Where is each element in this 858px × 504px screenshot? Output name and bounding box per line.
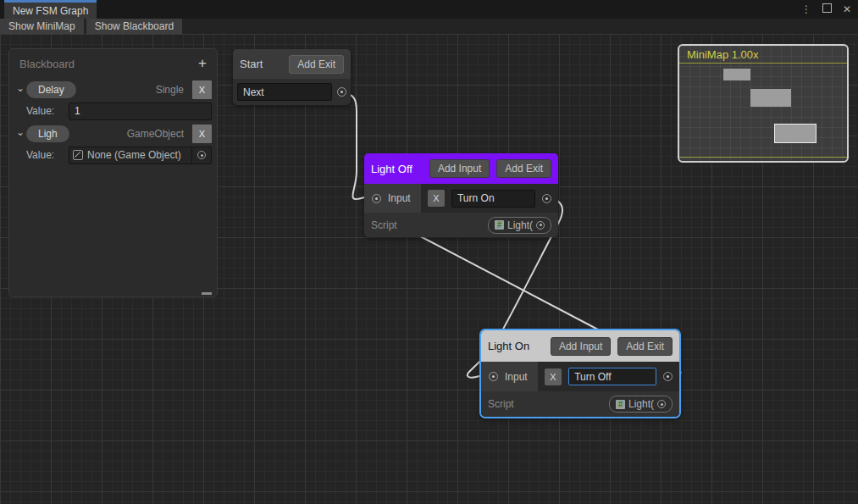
- node-light-on[interactable]: Light On Add Input Add Exit Input X Turn…: [479, 329, 681, 418]
- node-title: Light On: [488, 340, 544, 352]
- input-label: Input: [505, 371, 528, 383]
- add-exit-button[interactable]: Add Exit: [289, 55, 344, 74]
- kebab-menu-icon[interactable]: ⋮: [800, 3, 812, 15]
- add-input-button[interactable]: Add Input: [551, 337, 611, 356]
- light-off-transition-row: Input X Turn On: [364, 184, 558, 213]
- light-off-script-row: Script # Light(: [364, 213, 558, 237]
- variable-value-row: Value: 1: [9, 100, 217, 122]
- title-bar: New FSM Graph ⋮ ✕: [0, 0, 858, 19]
- script-object-field[interactable]: # Light(: [488, 217, 551, 234]
- input-port-group: Input: [481, 362, 538, 391]
- chevron-down-icon[interactable]: ⌄: [14, 126, 26, 138]
- node-light-off[interactable]: Light Off Add Input Add Exit Input X Tur…: [364, 153, 558, 237]
- gameobject-value-field[interactable]: None (Game Object): [69, 147, 212, 164]
- cube-icon: [73, 150, 83, 160]
- exit-port[interactable]: [663, 372, 673, 381]
- value-label: Value:: [26, 149, 69, 161]
- minimap-node-light-on: [774, 124, 816, 143]
- blackboard-title: Blackboard: [19, 58, 75, 70]
- variable-name-pill[interactable]: Ligh: [26, 125, 69, 142]
- node-start[interactable]: Start Add Exit Next: [233, 49, 351, 105]
- resize-grip[interactable]: [202, 292, 212, 295]
- graph-canvas[interactable]: Blackboard + ⌄ Delay Single X Value: 1 ⌄…: [0, 34, 858, 504]
- light-on-header: Light On Add Input Add Exit: [481, 330, 679, 362]
- delete-variable-button[interactable]: X: [192, 80, 212, 99]
- script-field-text: Light(: [507, 219, 533, 231]
- exit-name-input[interactable]: Turn Off: [568, 368, 656, 385]
- chevron-down-icon[interactable]: ⌄: [14, 82, 26, 94]
- object-field-text: None (Game Object): [87, 149, 181, 161]
- variable-type-label: Single: [156, 84, 192, 96]
- light-on-transition-row: Input X Turn Off: [481, 362, 679, 391]
- csharp-script-icon: #: [495, 220, 504, 230]
- maximize-icon[interactable]: [821, 3, 833, 15]
- exit-name-input[interactable]: Next: [237, 83, 332, 101]
- variable-row-delay: ⌄ Delay Single X: [9, 80, 217, 100]
- input-label: Input: [388, 192, 411, 204]
- add-variable-button[interactable]: +: [198, 55, 207, 72]
- csharp-script-icon: #: [616, 400, 625, 409]
- add-input-button[interactable]: Add Input: [429, 159, 490, 178]
- object-picker[interactable]: [657, 400, 666, 408]
- remove-exit-button[interactable]: X: [545, 368, 562, 385]
- object-picker[interactable]: [536, 221, 545, 230]
- input-port[interactable]: [372, 194, 381, 203]
- graph-toolbar: Show MiniMap Show Blackboard: [0, 19, 858, 34]
- variable-row-ligh: ⌄ Ligh GameObject X: [9, 124, 217, 144]
- close-icon[interactable]: ✕: [841, 3, 853, 15]
- target-icon: [197, 151, 206, 159]
- window-controls: ⋮ ✕: [800, 0, 853, 19]
- show-blackboard-button[interactable]: Show Blackboard: [86, 19, 182, 34]
- minimap-divider: [679, 157, 847, 158]
- minimap-panel[interactable]: MiniMap 1.00x: [678, 44, 849, 163]
- minimap-divider: [679, 63, 847, 64]
- fsm-graph-window: { "window": { "tab_title": "New FSM Grap…: [0, 0, 858, 504]
- exit-port[interactable]: [542, 194, 551, 203]
- value-label: Value:: [26, 105, 69, 117]
- start-node-body: Next: [233, 79, 351, 105]
- variable-type-label: GameObject: [127, 128, 192, 140]
- variable-value-row: Value: None (Game Object): [9, 144, 217, 166]
- minimap-node-start: [723, 69, 750, 80]
- input-port-group: Input: [364, 184, 421, 213]
- script-object-field[interactable]: # Light(: [609, 396, 673, 413]
- delay-value-input[interactable]: 1: [69, 102, 212, 120]
- variable-name-pill[interactable]: Delay: [26, 81, 76, 98]
- light-on-script-row: Script # Light(: [481, 391, 679, 417]
- script-label: Script: [371, 219, 397, 231]
- remove-exit-button[interactable]: X: [428, 190, 445, 207]
- add-exit-button[interactable]: Add Exit: [617, 337, 673, 356]
- node-title: Start: [240, 58, 263, 70]
- exit-name-input[interactable]: Turn On: [451, 190, 535, 208]
- add-exit-button[interactable]: Add Exit: [496, 159, 551, 178]
- blackboard-panel: Blackboard + ⌄ Delay Single X Value: 1 ⌄…: [8, 48, 218, 297]
- show-minimap-button[interactable]: Show MiniMap: [0, 19, 84, 34]
- input-port[interactable]: [489, 372, 498, 381]
- node-title: Light Off: [371, 163, 423, 175]
- minimap-node-light-off: [750, 89, 791, 107]
- object-picker[interactable]: [191, 147, 208, 163]
- light-off-header: Light Off Add Input Add Exit: [364, 153, 558, 184]
- wire-start-to-lightoff: [341, 93, 364, 199]
- tab-title: New FSM Graph: [13, 5, 88, 17]
- blackboard-header: Blackboard +: [9, 49, 217, 78]
- script-label: Script: [488, 398, 514, 410]
- exit-port[interactable]: [337, 87, 346, 97]
- delete-variable-button[interactable]: X: [192, 125, 212, 143]
- minimap-title: MiniMap 1.00x: [687, 48, 759, 61]
- start-node-header: Start Add Exit: [233, 49, 351, 79]
- tab-new-fsm-graph[interactable]: New FSM Graph: [4, 0, 97, 19]
- script-field-text: Light(: [628, 398, 654, 410]
